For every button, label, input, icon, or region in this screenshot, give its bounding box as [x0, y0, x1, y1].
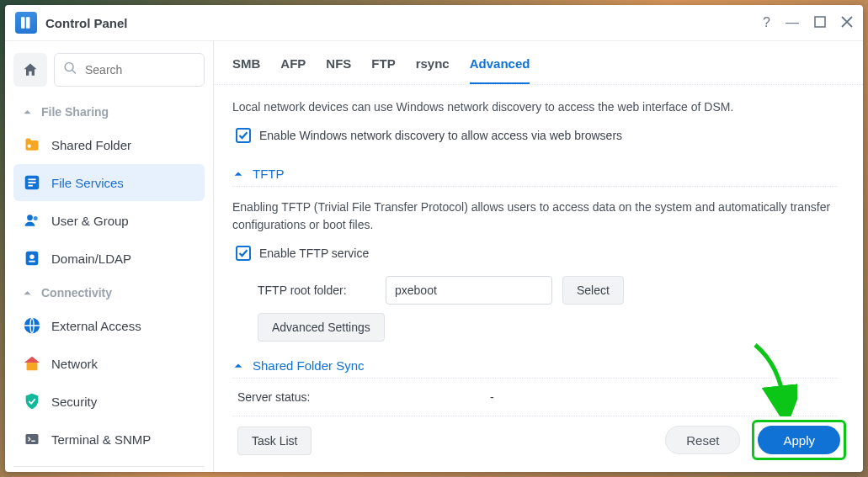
sidebar-item-terminal-snmp[interactable]: Terminal & SNMP [13, 421, 205, 458]
svg-rect-2 [815, 17, 825, 27]
checkbox-label: Enable TFTP service [259, 246, 369, 260]
section-label: Connectivity [41, 286, 112, 299]
svg-point-12 [29, 254, 35, 259]
task-list-button[interactable]: Task List [237, 427, 312, 455]
svg-rect-16 [26, 434, 39, 444]
apply-button-highlight: Apply [752, 420, 846, 460]
sidebar-item-label: Domain/LDAP [51, 252, 131, 266]
advanced-settings-button[interactable]: Advanced Settings [258, 313, 385, 342]
sidebar-item-file-services[interactable]: File Services [13, 164, 205, 201]
check-icon [238, 248, 248, 258]
reset-button[interactable]: Reset [665, 426, 740, 454]
help-icon[interactable]: ? [763, 16, 770, 29]
section-file-sharing[interactable]: File Sharing [13, 97, 205, 125]
group-title: Shared Folder Sync [253, 358, 365, 373]
group-title: TFTP [253, 167, 285, 181]
globe-icon [22, 315, 42, 336]
apply-button[interactable]: Apply [758, 426, 840, 454]
sidebar-item-label: Network [51, 357, 98, 371]
group-head-shared-folder-sync[interactable]: Shared Folder Sync [232, 350, 838, 379]
select-button[interactable]: Select [562, 276, 624, 305]
tab-rsync[interactable]: rsync [416, 56, 450, 84]
minimize-icon[interactable]: — [785, 16, 799, 29]
sidebar-item-label: Security [51, 395, 97, 409]
chevron-up-icon [22, 288, 33, 299]
sidebar-item-label: File Services [51, 176, 124, 190]
home-icon [22, 61, 39, 78]
section-connectivity[interactable]: Connectivity [13, 278, 205, 306]
folder-icon [22, 135, 42, 155]
sidebar-item-label: External Access [51, 319, 141, 333]
shield-icon [22, 391, 42, 411]
sidebar-item-label: Shared Folder [51, 138, 131, 152]
sidebar-item-label: Terminal & SNMP [51, 432, 151, 447]
sidebar-item-network[interactable]: Network [13, 345, 205, 382]
window-title: Control Panel [45, 16, 128, 30]
tftp-root-label: TFTP root folder: [258, 284, 375, 297]
sidebar-item-shared-folder[interactable]: Shared Folder [13, 126, 205, 163]
sidebar: File Sharing Shared Folder File Services… [5, 41, 214, 472]
group-head-tftp[interactable]: TFTP [232, 158, 838, 187]
tftp-root-input[interactable] [386, 276, 552, 305]
svg-point-3 [65, 63, 73, 72]
checkbox-label: Enable Windows network discovery to allo… [259, 129, 622, 142]
app-icon [15, 12, 37, 34]
maximize-icon[interactable] [814, 16, 826, 30]
server-status-value: - [490, 390, 494, 404]
section-label: File Sharing [41, 105, 109, 119]
sidebar-item-user-group[interactable]: User & Group [13, 202, 205, 239]
tab-advanced[interactable]: Advanced [470, 56, 530, 84]
section-system[interactable]: System [13, 467, 205, 472]
sidebar-item-external-access[interactable]: External Access [13, 307, 205, 344]
ws-dc-description: Local network devices can use Windows ne… [232, 98, 838, 116]
titlebar: Control Panel ? — [5, 5, 863, 41]
svg-point-4 [28, 145, 31, 148]
close-icon[interactable] [841, 16, 853, 30]
tab-afp[interactable]: AFP [280, 56, 306, 84]
content-pane: SMB AFP NFS FTP rsync Advanced Local net… [214, 41, 863, 472]
tftp-description: Enabling TFTP (Trivial File Transfer Pro… [232, 199, 838, 234]
users-icon [22, 210, 42, 231]
file-icon [22, 172, 42, 193]
chevron-up-icon [232, 360, 244, 372]
svg-rect-8 [28, 185, 33, 187]
svg-rect-0 [21, 17, 25, 29]
checkbox-enable-tftp[interactable] [236, 246, 251, 261]
chevron-up-icon [22, 107, 33, 118]
svg-rect-6 [28, 178, 35, 180]
tab-smb[interactable]: SMB [232, 56, 260, 84]
server-status-label: Server status: [237, 390, 490, 404]
search-icon [63, 61, 77, 79]
tab-nfs[interactable]: NFS [326, 56, 351, 84]
svg-rect-7 [28, 182, 35, 183]
chevron-up-icon [232, 168, 244, 180]
svg-rect-1 [26, 17, 30, 29]
control-panel-window: Control Panel ? — [5, 5, 863, 472]
svg-rect-15 [27, 363, 38, 370]
svg-point-10 [34, 216, 38, 220]
svg-point-9 [27, 215, 33, 220]
tab-ftp[interactable]: FTP [371, 56, 395, 84]
terminal-icon [22, 429, 42, 449]
sidebar-item-domain-ldap[interactable]: Domain/LDAP [13, 240, 205, 277]
svg-rect-13 [29, 261, 35, 262]
home-button[interactable] [13, 53, 47, 87]
badge-icon [22, 248, 42, 268]
house-icon [22, 353, 42, 374]
checkbox-ws-discovery[interactable] [236, 128, 251, 143]
check-icon [238, 130, 248, 140]
sidebar-item-label: User & Group [51, 214, 129, 228]
tab-bar: SMB AFP NFS FTP rsync Advanced [214, 41, 863, 85]
sidebar-item-security[interactable]: Security [13, 383, 205, 420]
